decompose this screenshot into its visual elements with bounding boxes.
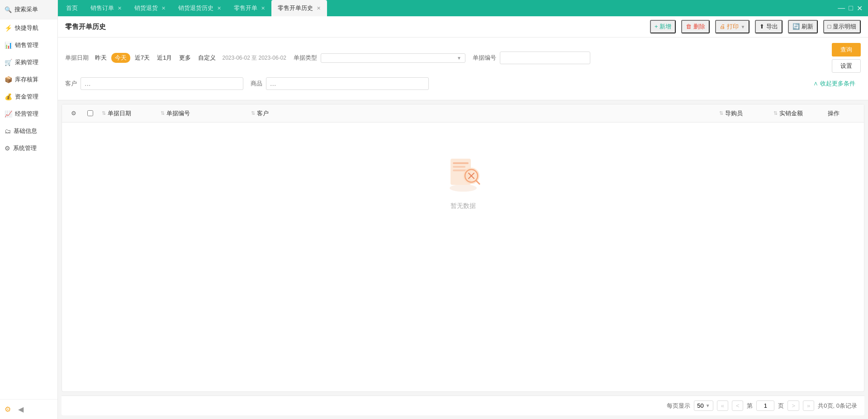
main-area: 首页 销售订单 ✕ 销货退货 ✕ 销货退货历史 ✕ 零售开单 ✕ 零售开单历史 … (58, 0, 868, 419)
docnum-label: 单据编号 (473, 54, 496, 62)
pagination: 每页显示 50 ▼ « < 第 页 > » 共0页, 0条记录 (62, 395, 864, 415)
sidebar-item-system-mgmt[interactable]: ⚙ 系统管理 (0, 140, 57, 157)
sidebar-search[interactable]: 🔍 搜索采单 (0, 0, 57, 19)
tab-retail-open[interactable]: 零售开单 ✕ (228, 0, 271, 16)
export-label: ⬆ 导出 (759, 23, 778, 31)
date-btn-more[interactable]: 更多 (176, 53, 194, 63)
tab-sales-order-label: 销售订单 (90, 4, 114, 12)
prev-page-button[interactable]: < (732, 400, 744, 411)
tab-sales-return[interactable]: 销货退货 ✕ (128, 0, 172, 16)
date-btn-yesterday[interactable]: 昨天 (92, 53, 109, 63)
sidebar-item-sales-mgmt[interactable]: 📊 销售管理 (0, 37, 57, 54)
page-size-dropdown-icon: ▼ (706, 403, 710, 408)
date-btn-today[interactable]: 今天 (111, 53, 130, 63)
content-area: 零售开单历史 + 新增 🗑 删除 🖨 打印 ▼ ⬆ 导出 🔄 刷新 (58, 16, 868, 419)
date-btn-1month[interactable]: 近1月 (154, 53, 175, 63)
minimize-icon[interactable]: — (838, 4, 845, 12)
filter-goods-item: 商品 ... (251, 77, 429, 90)
sidebar-bottom: ⚙ ◀ (0, 399, 57, 419)
svg-rect-2 (453, 162, 469, 164)
total-info: 共0页, 0条记录 (818, 402, 857, 410)
first-page-button[interactable]: « (717, 400, 728, 411)
refresh-label: 🔄 刷新 (792, 23, 813, 31)
col-num[interactable]: ⇅ 单据编号 (157, 109, 247, 118)
export-button[interactable]: ⬆ 导出 (755, 20, 783, 33)
delete-button[interactable]: 🗑 删除 (681, 20, 710, 33)
client-input[interactable]: ... (81, 77, 243, 90)
query-button[interactable]: 查询 (832, 43, 861, 56)
filter-docnum-item: 单据编号 (473, 52, 590, 64)
inventory-icon: 📦 (5, 76, 12, 83)
col-num-sort-icon: ⇅ (161, 110, 165, 116)
last-page-button[interactable]: » (803, 400, 814, 411)
doctype-select[interactable]: ▼ (321, 53, 465, 63)
maximize-icon[interactable]: □ (849, 4, 853, 12)
print-button[interactable]: 🖨 打印 ▼ (715, 20, 750, 33)
add-button[interactable]: + 新增 (650, 20, 676, 33)
docnum-input[interactable] (500, 52, 590, 64)
select-all-checkbox[interactable] (82, 110, 98, 116)
next-page-button[interactable]: > (787, 400, 799, 411)
column-settings-button[interactable]: ⚙ (66, 110, 82, 117)
sidebar-item-quick-nav[interactable]: ⚡ 快捷导航 (0, 19, 57, 37)
close-window-icon[interactable]: ✕ (857, 4, 863, 13)
col-date[interactable]: ⇅ 单据日期 (98, 109, 157, 118)
date-btn-7days[interactable]: 近7天 (132, 53, 152, 63)
display-detail-button[interactable]: □ 显示明细 (823, 20, 861, 33)
col-date-sort-icon: ⇅ (102, 110, 106, 116)
col-amount-sort-icon: ⇅ (773, 110, 778, 116)
sidebar-item-label-inventory: 库存核算 (15, 75, 38, 84)
filter-panel: 单据日期 昨天 今天 近7天 近1月 更多 自定义 2023-06-02 至 2… (58, 38, 868, 100)
page-size-value: 50 (697, 402, 703, 409)
sidebar-item-label-quick-nav: 快捷导航 (15, 24, 38, 32)
header-checkbox[interactable] (87, 110, 93, 116)
col-amount[interactable]: ⇅ 实销金额 (770, 109, 824, 118)
svg-line-7 (476, 181, 479, 184)
tab-retail-open-history-label: 零售开单历史 (278, 4, 313, 12)
sidebar-item-finance[interactable]: 💰 资金管理 (0, 88, 57, 105)
col-guide[interactable]: ⇅ 导购员 (716, 109, 770, 118)
tab-retail-open-close[interactable]: ✕ (261, 5, 265, 11)
page-title: 零售开单历史 (65, 23, 106, 31)
tab-sales-return-history-close[interactable]: ✕ (217, 5, 221, 11)
tab-sales-order-close[interactable]: ✕ (118, 5, 122, 11)
goods-label: 商品 (251, 80, 262, 88)
system-icon: ⚙ (5, 145, 10, 152)
tab-sales-return-close[interactable]: ✕ (161, 5, 166, 11)
sidebar-item-inventory[interactable]: 📦 库存核算 (0, 71, 57, 88)
sidebar-item-basic-info[interactable]: 🗂 基础信息 (0, 122, 57, 140)
date-options-group: 昨天 今天 近7天 近1月 更多 自定义 (92, 53, 218, 63)
tab-home[interactable]: 首页 (60, 0, 84, 16)
page-size-select[interactable]: 50 ▼ (694, 400, 713, 411)
col-client[interactable]: ⇅ 客户 (247, 109, 716, 118)
tab-sales-return-history[interactable]: 销货退货历史 ✕ (172, 0, 228, 16)
page-number-input[interactable] (756, 400, 774, 411)
tab-sales-return-label: 销货退货 (134, 4, 158, 12)
sales-icon: 📊 (5, 42, 12, 49)
collapse-sidebar-icon[interactable]: ◀ (18, 405, 24, 414)
tab-retail-open-history[interactable]: 零售开单历史 ✕ (271, 0, 327, 16)
date-btn-custom[interactable]: 自定义 (195, 53, 218, 63)
col-num-label: 单据编号 (166, 109, 190, 118)
tab-retail-open-history-close[interactable]: ✕ (317, 5, 321, 11)
filter-row-2: 客户 ... 商品 ... ∧ 收起更多条件 (65, 77, 861, 90)
empty-state: 暂无数据 (62, 122, 864, 237)
doctype-dropdown-icon: ▼ (457, 56, 461, 61)
date-filter-label: 单据日期 (65, 54, 89, 62)
sidebar-item-label-system: 系统管理 (13, 144, 37, 152)
filter-row-1: 单据日期 昨天 今天 近7天 近1月 更多 自定义 2023-06-02 至 2… (65, 43, 861, 73)
client-ellipsis: ... (85, 80, 90, 88)
filter-settings-button[interactable]: 设置 (832, 59, 861, 73)
goods-input[interactable]: ... (266, 77, 429, 90)
tab-bar-right: — □ ✕ (838, 4, 866, 13)
sidebar-item-purchase-mgmt[interactable]: 🛒 采购管理 (0, 54, 57, 71)
sidebar-item-operations[interactable]: 📈 经营管理 (0, 105, 57, 122)
collapse-filter-button[interactable]: ∧ 收起更多条件 (808, 78, 861, 89)
empty-text: 暂无数据 (451, 202, 476, 210)
doctype-label: 单据类型 (294, 54, 317, 62)
tab-sales-order[interactable]: 销售订单 ✕ (84, 0, 128, 16)
empty-illustration (441, 150, 486, 195)
settings-icon[interactable]: ⚙ (5, 405, 11, 414)
refresh-button[interactable]: 🔄 刷新 (788, 20, 818, 33)
filter-doctype-item: 单据类型 ▼ (294, 53, 465, 63)
